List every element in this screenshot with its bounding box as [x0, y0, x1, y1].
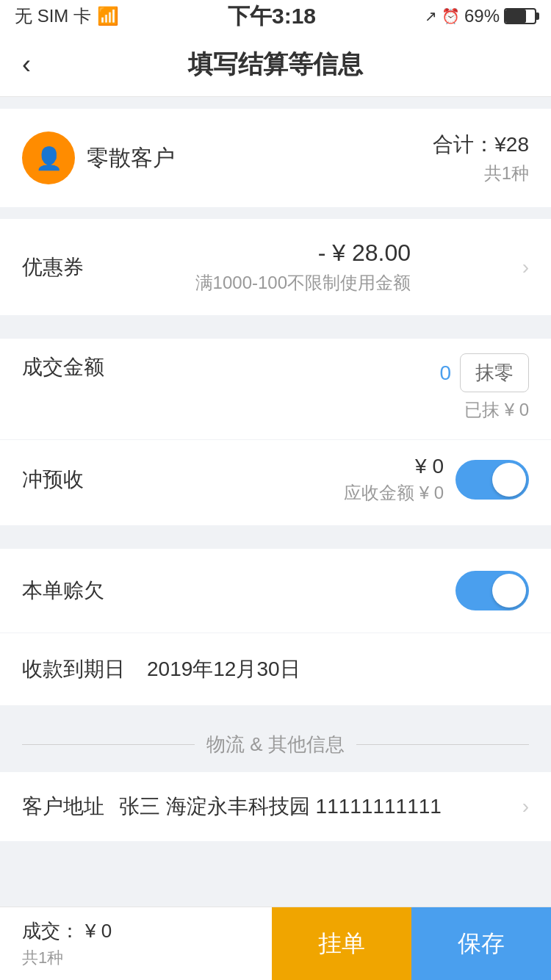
credit-section: 本单赊欠 收款到期日 2019年12月30日 — [0, 549, 551, 705]
bottom-transaction-value: ¥ 0 — [85, 920, 112, 943]
coupon-row[interactable]: 优惠券 - ¥ 28.00 满1000-100不限制使用金额 › — [0, 219, 551, 315]
address-label: 客户地址 — [22, 793, 104, 821]
transaction-right: 0 抹零 — [439, 353, 529, 392]
save-label: 保存 — [458, 928, 505, 960]
prepay-right: ¥ 0 应收金额 ¥ 0 — [344, 455, 529, 505]
transaction-value[interactable]: 0 — [439, 361, 451, 385]
credit-row: 本单赊欠 — [0, 549, 551, 633]
transaction-section: 成交金额 0 抹零 已抹 ¥ 0 冲预收 ¥ 0 应收金额 ¥ 0 — [0, 339, 551, 525]
logistics-label: 物流 & 其他信息 — [206, 732, 345, 757]
prepay-label: 冲预收 — [22, 466, 84, 494]
total-count: 共1种 — [433, 162, 529, 185]
transaction-label: 成交金额 — [22, 353, 104, 381]
credit-label: 本单赊欠 — [22, 577, 104, 605]
wifi-icon: 📶 — [97, 6, 119, 26]
prepay-spacer — [0, 508, 551, 525]
status-right: ↗ ⏰ 69% — [425, 6, 536, 26]
customer-total: 合计：¥28 共1种 — [433, 131, 529, 185]
total-amount: 合计：¥28 — [433, 131, 529, 159]
status-left: 无 SIM 卡 📶 — [15, 4, 119, 28]
customer-section: 👤 零散客户 合计：¥28 共1种 — [0, 109, 551, 207]
bottom-count: 共1种 — [22, 947, 250, 969]
battery-icon — [504, 8, 536, 24]
transaction-sub-row: 已抹 ¥ 0 — [0, 395, 551, 439]
coupon-desc: 满1000-100不限制使用金额 — [195, 271, 411, 295]
coupon-section: 优惠券 - ¥ 28.00 满1000-100不限制使用金额 › — [0, 219, 551, 315]
bottom-info: 成交： ¥ 0 共1种 — [0, 907, 272, 980]
coupon-right: - ¥ 28.00 满1000-100不限制使用金额 — [195, 239, 411, 295]
customer-row: 👤 零散客户 合计：¥28 共1种 — [0, 109, 551, 207]
customer-info: 👤 零散客户 — [22, 131, 175, 184]
transaction-sub-text: 已抹 ¥ 0 — [464, 398, 529, 422]
nav-bar: ‹ 填写结算等信息 — [0, 32, 551, 97]
due-date-row: 收款到期日 2019年12月30日 — [0, 633, 551, 705]
save-button[interactable]: 保存 — [411, 907, 551, 980]
transaction-row: 成交金额 0 抹零 — [0, 339, 551, 395]
divider-1 — [0, 327, 551, 339]
address-value: 张三 海淀永丰科技园 11111111111 — [119, 793, 522, 821]
due-date-value[interactable]: 2019年12月30日 — [147, 655, 300, 683]
status-time: 下午3:18 — [228, 1, 316, 32]
logistics-header: 物流 & 其他信息 — [0, 717, 551, 772]
coupon-label: 优惠券 — [22, 253, 84, 281]
coupon-chevron: › — [522, 256, 529, 279]
address-section: 客户地址 张三 海淀永丰科技园 11111111111 › — [0, 772, 551, 841]
location-icon: ↗ — [425, 7, 437, 25]
credit-toggle[interactable] — [455, 571, 529, 610]
prepay-sub: 应收金额 ¥ 0 — [344, 481, 444, 505]
address-row[interactable]: 客户地址 张三 海淀永丰科技园 11111111111 › — [0, 772, 551, 841]
alarm-icon: ⏰ — [442, 7, 460, 25]
hold-label: 挂单 — [318, 928, 365, 960]
due-date-label: 收款到期日 — [22, 655, 125, 683]
bottom-transaction-row: 成交： ¥ 0 — [22, 918, 250, 944]
bottom-transaction-label: 成交： — [22, 918, 79, 944]
round-zero-button[interactable]: 抹零 — [460, 353, 529, 392]
back-button[interactable]: ‹ — [22, 49, 31, 80]
coupon-amount: - ¥ 28.00 — [195, 239, 411, 267]
battery-percent: 69% — [464, 6, 500, 26]
customer-name: 零散客户 — [87, 143, 175, 173]
status-bar: 无 SIM 卡 📶 下午3:18 ↗ ⏰ 69% — [0, 0, 551, 32]
prepay-amounts: ¥ 0 应收金额 ¥ 0 — [344, 455, 444, 505]
hold-button[interactable]: 挂单 — [272, 907, 411, 980]
page-title: 填写结算等信息 — [188, 48, 363, 82]
bottom-bar: 成交： ¥ 0 共1种 挂单 保存 — [0, 907, 551, 980]
address-chevron: › — [522, 795, 529, 818]
prepay-amount: ¥ 0 — [344, 455, 444, 478]
carrier-text: 无 SIM 卡 — [15, 4, 91, 28]
prepay-toggle[interactable] — [455, 460, 529, 500]
customer-avatar: 👤 — [22, 131, 75, 184]
divider-2 — [0, 537, 551, 549]
prepay-row: 冲预收 ¥ 0 应收金额 ¥ 0 — [0, 439, 551, 508]
avatar-icon: 👤 — [35, 145, 62, 171]
